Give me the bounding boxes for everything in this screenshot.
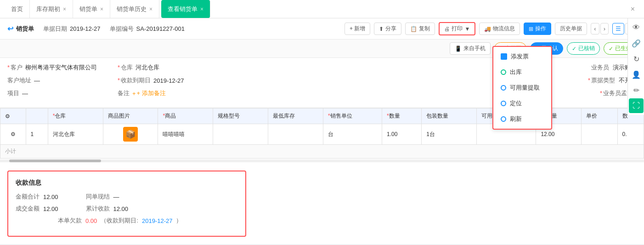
- effect-check-icon: ✓: [609, 46, 613, 52]
- action-button[interactable]: ⊞ 操作: [524, 23, 551, 35]
- dropdown-refresh[interactable]: 刷新: [493, 111, 551, 127]
- payment-row-1: 金额合计 12.00 同单现结 —: [16, 193, 238, 201]
- col-quantity: *数量: [382, 108, 422, 124]
- warehouse-value: 河北仓库: [136, 63, 159, 72]
- locate-icon: [501, 101, 506, 106]
- list-view-icon[interactable]: ☰: [612, 23, 624, 34]
- payment-cumulative-label: 累计收款: [86, 205, 110, 213]
- payment-total-label: 金额合计: [16, 193, 40, 201]
- row-product: 嘻嘻嘻嘻: [158, 124, 213, 145]
- ticket-type-label: 票据类型: [588, 76, 615, 85]
- plus-icon: +: [132, 90, 136, 97]
- col-sales-unit: *销售单位: [323, 108, 382, 124]
- product-img-icon: 📦: [125, 129, 136, 139]
- new-button[interactable]: + 新增: [345, 23, 370, 35]
- nav-arrows: ‹ ›: [591, 23, 609, 34]
- tab-home[interactable]: 首页: [5, 0, 30, 18]
- row-sales-unit: 台: [323, 124, 382, 145]
- tab-sales-order[interactable]: 销货单 ×: [73, 0, 110, 18]
- customer-value: 柳州粤港平安气体有限公司: [25, 63, 97, 72]
- warehouse-label: 仓库: [118, 63, 133, 72]
- payment-date-value: 2019-12-27: [153, 77, 184, 84]
- row-quantity: 1.00: [382, 124, 422, 145]
- prev-button[interactable]: ‹: [591, 23, 599, 34]
- refresh-icon-btn[interactable]: ↻: [629, 51, 644, 66]
- truck-icon: 🚚: [484, 26, 491, 32]
- project-field: 项目 —: [7, 89, 99, 97]
- expand-icon-btn[interactable]: ⛶: [629, 98, 644, 113]
- row-index: 1: [26, 124, 48, 145]
- user-icon-btn[interactable]: 👤: [629, 67, 644, 82]
- doc-header: ↩ 销货单 单据日期 2019-12-27 单据编号 SA-20191227-0…: [0, 18, 644, 40]
- project-label: 项目: [7, 89, 19, 97]
- row-min-stock: [268, 124, 323, 145]
- payment-title: 收款信息: [16, 179, 238, 187]
- add-invoice-icon: [501, 53, 507, 60]
- payment-cumulative-value: 12.00: [113, 205, 129, 212]
- dropdown-available-qty[interactable]: 可用量提取: [493, 80, 551, 96]
- doc-type-label: 销货单: [16, 25, 34, 33]
- copy-icon: 📋: [410, 26, 417, 32]
- sold-check-icon: ✓: [572, 46, 576, 52]
- note-label: 备注: [118, 89, 130, 97]
- payment-owe-item: 本单欠款 0.00 （收款到期日: 2019-12-27 ）: [58, 217, 182, 225]
- col-gear: ⚙: [0, 108, 26, 124]
- tab-view-sales[interactable]: 查看销货单 ×: [161, 0, 210, 18]
- row-amount: 0.: [617, 124, 644, 145]
- table-scrollbar[interactable]: [0, 160, 644, 162]
- payment-date-field: 收款到期日 2019-12-27: [118, 76, 209, 85]
- share-button[interactable]: ⬆ 分享: [374, 23, 401, 35]
- status-sold-badge[interactable]: ✓ 已核销: [567, 42, 600, 55]
- share-icon: ⬆: [379, 26, 384, 32]
- from-phone-button[interactable]: 📱 来自手机: [450, 42, 491, 55]
- tab-close-view[interactable]: ×: [200, 6, 203, 12]
- doc-date-field: 单据日期 2019-12-27: [43, 25, 101, 33]
- available-qty-icon: [501, 85, 506, 91]
- row-gear[interactable]: ⚙: [0, 124, 26, 145]
- row-spec: [213, 124, 268, 145]
- tab-sales-history[interactable]: 销货单历史 ×: [110, 0, 159, 18]
- payment-deal-item: 成交金额 12.00: [16, 205, 58, 213]
- phone-icon: 📱: [455, 46, 462, 52]
- doc-meta: 单据日期 2019-12-27 单据编号 SA-20191227-001: [43, 25, 185, 33]
- scrollbar-thumb[interactable]: [9, 160, 101, 162]
- copy-button[interactable]: 📋 复制: [405, 23, 435, 35]
- warehouse-field: 仓库 河北仓库: [118, 63, 209, 72]
- payment-deal-label: 成交金额: [16, 205, 40, 213]
- history-button[interactable]: 历史单据: [555, 23, 587, 35]
- customer-addr-field: 客户地址 —: [7, 76, 99, 85]
- grid-icon: ⊞: [529, 26, 533, 32]
- row-pack-qty: 1台: [422, 124, 477, 145]
- print-dropdown-icon: ▼: [464, 26, 470, 32]
- action-dropdown-menu: 添发票 出库 可用量提取 定位 刷新: [492, 46, 552, 130]
- dropdown-add-invoice[interactable]: 添发票: [493, 49, 551, 64]
- tab-inventory-init[interactable]: 库存期初 ×: [30, 0, 73, 18]
- right-sidebar: 👁 🔗 ↻ 👤 ✏ ⛶: [627, 18, 644, 115]
- doc-type-icon: ↩: [7, 24, 13, 33]
- doc-number-field: 单据编号 SA-20191227-001: [110, 25, 185, 33]
- payment-owe-extra-close: ）: [176, 217, 182, 225]
- window-close-button[interactable]: ×: [626, 5, 639, 13]
- payment-owe-extra: （收款到期日:: [101, 217, 138, 225]
- tab-close-sales[interactable]: ×: [100, 6, 103, 12]
- edit-icon-btn[interactable]: ✏: [629, 83, 644, 97]
- customer-addr-label: 客户地址: [7, 76, 31, 85]
- dropdown-outbound[interactable]: 出库: [493, 64, 551, 80]
- logistics-button[interactable]: 🚚 物流信息: [479, 23, 520, 35]
- payment-total-value: 12.00: [43, 194, 58, 200]
- col-unit-price: 单价: [582, 108, 617, 124]
- payment-section: 收款信息 金额合计 12.00 同单现结 — 成交金额 12.00: [0, 163, 644, 244]
- row-unit-price: [582, 124, 617, 145]
- tab-close-history[interactable]: ×: [149, 6, 153, 12]
- dropdown-locate[interactable]: 定位: [493, 96, 551, 111]
- subtotal-label: 小计: [0, 145, 644, 159]
- link-icon-btn[interactable]: 🔗: [629, 36, 644, 51]
- row-product-img: 📦: [103, 124, 158, 145]
- next-button[interactable]: ›: [600, 23, 609, 34]
- tab-close-inventory[interactable]: ×: [63, 6, 66, 12]
- payment-owe-date: 2019-12-27: [142, 217, 173, 224]
- print-icon: 🖨: [444, 26, 450, 32]
- print-button[interactable]: 🖨 打印 ▼: [439, 22, 475, 35]
- add-note-button[interactable]: + + 添加备注: [132, 89, 166, 97]
- eye-icon-btn[interactable]: 👁: [629, 20, 644, 35]
